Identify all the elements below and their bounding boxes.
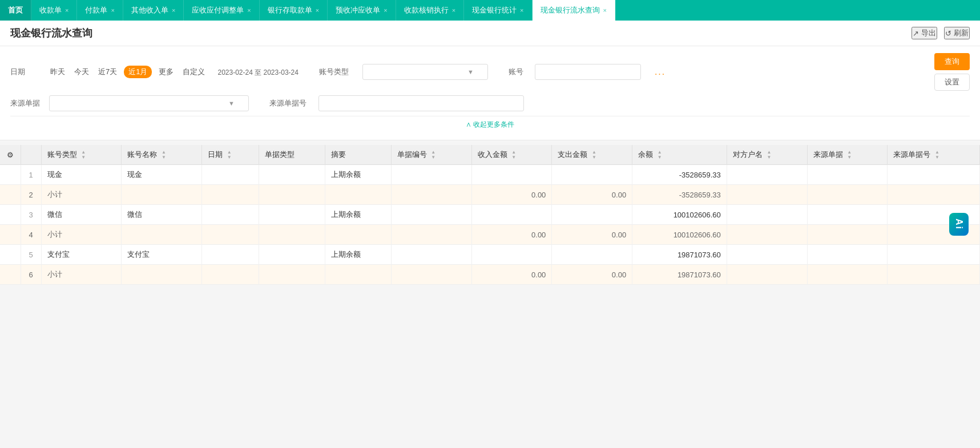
filter-row-2: 来源单据 ▼ 来源单据号 — [10, 95, 970, 111]
cell-source_doc — [807, 245, 888, 265]
cell-date — [202, 185, 259, 205]
top-nav: 首页 收款单×付款单×其他收入单×应收应付调整单×银行存取款单×预收冲应收单×收… — [0, 0, 980, 21]
cell-doc_type — [259, 205, 325, 225]
date-option-昨天[interactable]: 昨天 — [48, 66, 67, 78]
date-option-近7天[interactable]: 近7天 — [96, 66, 119, 78]
refresh-label: 刷新 — [954, 28, 969, 38]
cell-doc_no — [391, 245, 471, 265]
th-doc-type: 单据类型 — [259, 145, 325, 165]
nav-tab-预收冲应收单[interactable]: 预收冲应收单× — [328, 0, 396, 21]
cell-income: 0.00 — [471, 225, 552, 245]
th-balance[interactable]: 余额 ▲▼ — [632, 145, 727, 165]
th-gear[interactable]: ⚙ — [0, 145, 21, 165]
export-button[interactable]: ↗ 导出 — [912, 27, 937, 39]
cell-doc_no — [391, 185, 471, 205]
refresh-button[interactable]: ↺ 刷新 — [944, 27, 970, 39]
date-option-更多[interactable]: 更多 — [156, 66, 176, 78]
dots-button[interactable]: ... — [655, 67, 666, 77]
cell-date — [202, 265, 259, 285]
cell-account_name: 现金 — [122, 165, 202, 185]
cell-gear — [0, 165, 21, 185]
cell-account_name — [122, 185, 202, 205]
nav-tab-现金银行流水查询[interactable]: 现金银行流水查询× — [533, 0, 615, 21]
cell-gear — [0, 205, 21, 225]
cell-counterparty — [727, 265, 807, 285]
th-doc-no[interactable]: 单据编号 ▲▼ — [391, 145, 471, 165]
th-income[interactable]: 收入金额 ▲▼ — [471, 145, 552, 165]
nav-home[interactable]: 首页 — [0, 0, 31, 21]
table-body: 1现金现金上期余额-3528659.332小计0.000.00-3528659.… — [0, 165, 980, 285]
settings-button[interactable]: 设置 — [934, 74, 970, 91]
cell-counterparty — [727, 165, 807, 185]
cell-doc_no — [391, 265, 471, 285]
table-header: ⚙ 账号类型 ▲▼ 账号名称 ▲▼ 日期 ▲▼ 单据类型 摘要 单据编号 ▲▼ … — [0, 145, 980, 165]
cell-gear — [0, 225, 21, 245]
page-header: 现金银行流水查询 ↗ 导出 ↺ 刷新 — [0, 21, 980, 46]
date-option-自定义[interactable]: 自定义 — [180, 66, 207, 78]
th-account-type[interactable]: 账号类型 ▲▼ — [41, 145, 122, 165]
account-type-select[interactable]: ▼ — [362, 64, 488, 80]
cell-source_doc_no — [888, 265, 980, 285]
cell-source_doc — [807, 185, 888, 205]
chevron-down-icon: ▼ — [467, 68, 474, 75]
cell-expense — [552, 245, 632, 265]
cell-income: 0.00 — [471, 265, 552, 285]
th-summary: 摘要 — [325, 145, 391, 165]
cell-counterparty — [727, 225, 807, 245]
nav-tab-应收应付调整单[interactable]: 应收应付调整单× — [184, 0, 259, 21]
nav-tab-现金银行统计[interactable]: 现金银行统计× — [464, 0, 532, 21]
th-expense[interactable]: 支出金额 ▲▼ — [552, 145, 632, 165]
account-input[interactable] — [535, 64, 641, 80]
cell-expense: 0.00 — [552, 225, 632, 245]
th-date[interactable]: 日期 ▲▼ — [202, 145, 259, 165]
filter-area: 日期 昨天今天近7天近1月更多自定义 2023-02-24 至 2023-03-… — [0, 46, 980, 140]
date-option-近1月[interactable]: 近1月 — [124, 66, 152, 78]
cell-summary: 上期余额 — [325, 245, 391, 265]
nav-tab-其他收入单[interactable]: 其他收入单× — [123, 0, 184, 21]
ai-badge[interactable]: Ai — [949, 213, 969, 236]
th-counterparty[interactable]: 对方户名 ▲▼ — [727, 145, 807, 165]
cell-gear — [0, 245, 21, 265]
cell-account_type: 现金 — [41, 165, 122, 185]
th-source-doc-no[interactable]: 来源单据号 ▲▼ — [888, 145, 980, 165]
cell-counterparty — [727, 185, 807, 205]
cell-num: 3 — [21, 205, 41, 225]
cell-source_doc_no — [888, 165, 980, 185]
nav-home-label: 首页 — [8, 5, 23, 15]
cell-doc_no — [391, 225, 471, 245]
account-type-select-wrapper: ▼ — [362, 64, 488, 80]
cell-account_type: 小计 — [41, 265, 122, 285]
cell-account_name — [122, 225, 202, 245]
filter-row-1: 日期 昨天今天近7天近1月更多自定义 2023-02-24 至 2023-03-… — [10, 53, 970, 91]
table-row: 5支付宝支付宝上期余额19871073.60 — [0, 245, 980, 265]
cell-account_name — [122, 265, 202, 285]
cell-account_type: 微信 — [41, 205, 122, 225]
nav-tab-收款单[interactable]: 收款单× — [31, 0, 77, 21]
cell-date — [202, 165, 259, 185]
query-button[interactable]: 查询 — [934, 53, 970, 70]
refresh-icon: ↺ — [945, 29, 951, 38]
source-doc-select[interactable]: ▼ — [49, 95, 249, 111]
right-buttons: 查询 设置 — [934, 53, 970, 91]
chevron-down-icon-2: ▼ — [228, 100, 235, 107]
cell-date — [202, 205, 259, 225]
cell-doc_no — [391, 205, 471, 225]
cell-income — [471, 165, 552, 185]
nav-tab-付款单[interactable]: 付款单× — [77, 0, 123, 21]
cell-source_doc — [807, 205, 888, 225]
cell-num: 5 — [21, 245, 41, 265]
cell-doc_type — [259, 225, 325, 245]
account-label: 账号 — [509, 67, 526, 77]
date-option-今天[interactable]: 今天 — [72, 66, 91, 78]
collapse-bar[interactable]: ∧ 收起更多条件 — [10, 116, 970, 133]
source-doc-no-input[interactable] — [318, 95, 524, 111]
cell-gear — [0, 185, 21, 205]
date-options: 昨天今天近7天近1月更多自定义 — [48, 66, 207, 78]
date-label: 日期 — [10, 67, 39, 77]
th-num — [21, 145, 41, 165]
nav-tab-收款核销执行[interactable]: 收款核销执行× — [396, 0, 464, 21]
nav-tab-银行存取款单[interactable]: 银行存取款单× — [260, 0, 328, 21]
th-source-doc[interactable]: 来源单据 ▲▼ — [807, 145, 888, 165]
cell-source_doc_no — [888, 185, 980, 205]
th-account-name[interactable]: 账号名称 ▲▼ — [122, 145, 202, 165]
